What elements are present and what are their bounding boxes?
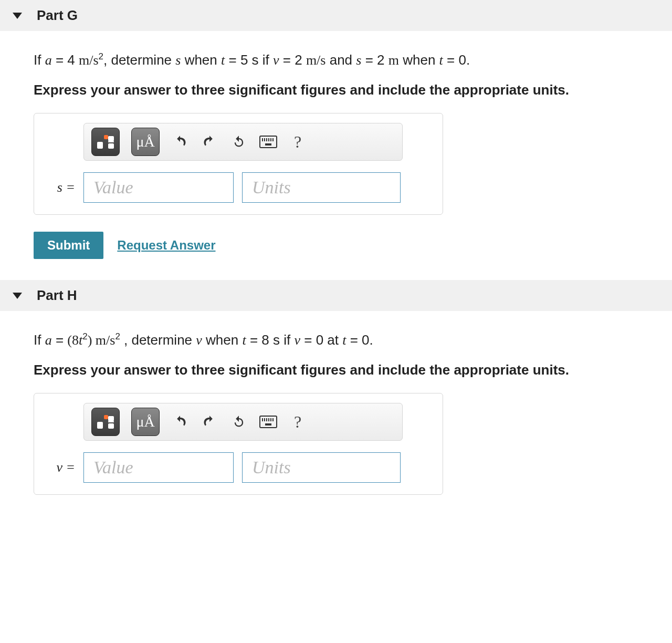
help-button[interactable]: ? — [289, 412, 307, 432]
reset-button[interactable] — [230, 414, 248, 429]
keyboard-button[interactable] — [259, 416, 277, 428]
part-g-title: Part G — [37, 7, 78, 24]
part-g-var-label: s = — [46, 180, 75, 195]
keyboard-button[interactable] — [259, 136, 277, 148]
part-h-input-row: v = Value Units — [46, 452, 431, 483]
part-g-answer-box: μÅ ? s = Value Units — [34, 113, 443, 215]
templates-icon — [96, 414, 116, 430]
mu-angstrom-icon: μÅ — [136, 133, 154, 150]
templates-icon — [96, 134, 116, 150]
redo-button[interactable] — [201, 414, 218, 429]
undo-icon — [173, 414, 187, 429]
request-answer-link[interactable]: Request Answer — [117, 238, 215, 253]
part-g-prompt: If a = 4 m/s2, determine s when t = 5 s … — [34, 50, 647, 70]
units-input[interactable]: Units — [242, 172, 401, 203]
toolbar: μÅ ? — [83, 403, 403, 441]
redo-icon — [202, 414, 217, 429]
caret-down-icon — [13, 13, 22, 19]
keyboard-icon — [259, 136, 277, 148]
value-input[interactable]: Value — [83, 172, 234, 203]
toolbar: μÅ ? — [83, 123, 403, 161]
part-h-title: Part H — [37, 287, 77, 304]
redo-button[interactable] — [201, 134, 218, 149]
part-h-header[interactable]: Part H — [0, 280, 672, 311]
caret-down-icon — [13, 293, 22, 299]
undo-button[interactable] — [171, 414, 189, 429]
keyboard-icon — [259, 416, 277, 428]
part-g-input-row: s = Value Units — [46, 172, 431, 203]
redo-icon — [202, 134, 217, 149]
part-h-body: If a = (8t2) m/s2 , determine v when t =… — [0, 311, 672, 505]
help-icon: ? — [294, 412, 301, 432]
part-g-body: If a = 4 m/s2, determine s when t = 5 s … — [0, 31, 672, 280]
mu-angstrom-icon: μÅ — [136, 413, 154, 430]
reset-icon — [232, 134, 246, 149]
symbols-button[interactable]: μÅ — [131, 128, 160, 156]
value-input[interactable]: Value — [83, 452, 234, 483]
help-button[interactable]: ? — [289, 132, 307, 152]
undo-icon — [173, 134, 187, 149]
templates-button[interactable] — [91, 128, 120, 156]
part-h-prompt: If a = (8t2) m/s2 , determine v when t =… — [34, 330, 647, 350]
undo-button[interactable] — [171, 134, 189, 149]
part-h-answer-box: μÅ ? v = Value Units — [34, 393, 443, 495]
part-g-actions: Submit Request Answer — [34, 232, 647, 259]
part-h-instruction: Express your answer to three significant… — [34, 362, 647, 378]
reset-button[interactable] — [230, 134, 248, 149]
reset-icon — [232, 414, 246, 429]
help-icon: ? — [294, 132, 301, 152]
templates-button[interactable] — [91, 408, 120, 436]
part-g-instruction: Express your answer to three significant… — [34, 82, 647, 98]
submit-button[interactable]: Submit — [34, 232, 103, 259]
units-input[interactable]: Units — [242, 452, 401, 483]
part-g-header[interactable]: Part G — [0, 0, 672, 31]
symbols-button[interactable]: μÅ — [131, 408, 160, 436]
part-h-var-label: v = — [46, 460, 75, 475]
